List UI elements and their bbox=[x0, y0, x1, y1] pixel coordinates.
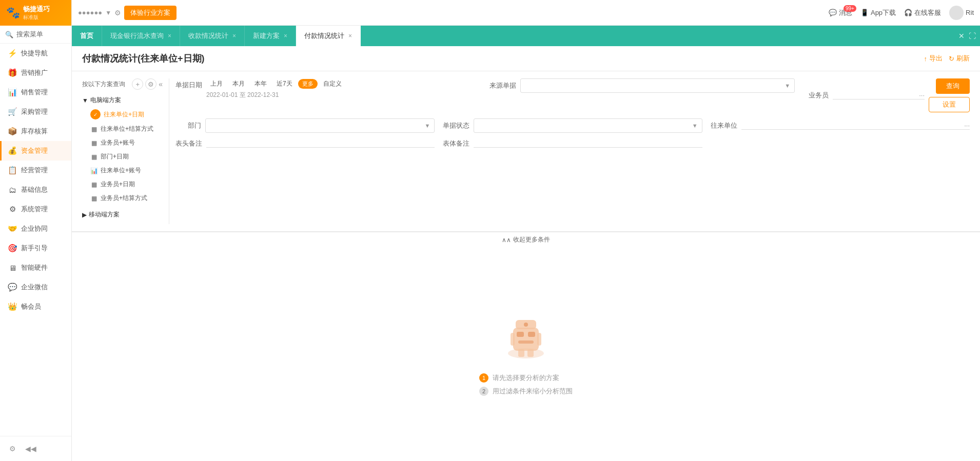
scheme-item-dept-date[interactable]: ▦ 部门+日期 bbox=[82, 150, 163, 164]
sidebar-item-marketing[interactable]: 🎁 营销推广 bbox=[0, 63, 71, 83]
filter-area: 按以下方案查询 + ⚙ « ▼ 电脑端方案 ✓ 往来单位+日期 bbox=[72, 71, 980, 232]
date-btn-last-month[interactable]: 上月 bbox=[206, 78, 227, 89]
lightning-icon: ⚡ bbox=[8, 49, 17, 58]
date-btn-7days[interactable]: 近7天 bbox=[272, 78, 297, 89]
sidebar-item-label: 销售管理 bbox=[21, 88, 48, 97]
scheme-group-pc: ▼ 电脑端方案 ✓ 往来单位+日期 ▦ 往来单位+结算方式 ▦ 业务员+账号 bbox=[82, 94, 163, 205]
collapse-sidebar-btn[interactable]: ◀◀ bbox=[24, 442, 38, 456]
dept-select[interactable]: ▼ bbox=[205, 118, 435, 133]
topbar-dropdown-icon[interactable]: ▼ bbox=[105, 9, 111, 16]
sidebar-item-sales[interactable]: 📊 销售管理 bbox=[0, 83, 71, 102]
scheme-item-staff-date[interactable]: ▦ 业务员+日期 bbox=[82, 177, 163, 191]
scheme-group-mobile-title[interactable]: ▶ 移动端方案 bbox=[82, 208, 163, 221]
scheme-item-staff-account[interactable]: ▦ 业务员+账号 bbox=[82, 136, 163, 150]
status-filter-field: 单据状态 ▼ bbox=[443, 118, 702, 133]
sidebar-item-operations[interactable]: 📋 经营管理 bbox=[0, 161, 71, 180]
tip-1-label: 请先选择要分析的方案 bbox=[493, 373, 559, 383]
sidebar-item-wechat[interactable]: 💬 企业微信 bbox=[0, 277, 71, 297]
messages-icon: 💬 bbox=[829, 9, 837, 16]
scheme-item-unit-account[interactable]: 📊 往来单位+账号 bbox=[82, 164, 163, 177]
sidebar-logo: 🐾 bbox=[6, 6, 20, 19]
sidebar-nav: ⚡ 快捷导航 🎁 营销推广 📊 销售管理 🛒 采购管理 📦 库存核算 💰 资金管… bbox=[0, 44, 71, 436]
date-btn-custom[interactable]: 自定义 bbox=[319, 78, 346, 89]
sidebar-item-purchase[interactable]: 🛒 采购管理 bbox=[0, 102, 71, 122]
collapse-scheme-btn[interactable]: « bbox=[159, 80, 163, 88]
sidebar-search[interactable]: 🔍 搜索菜单 bbox=[0, 26, 71, 44]
close-all-tabs-btn[interactable]: ✕ bbox=[958, 32, 965, 40]
scheme-item-label: 往来单位+账号 bbox=[101, 166, 141, 175]
online-service-label: 在线客服 bbox=[914, 8, 941, 17]
sidebar-item-finance[interactable]: 💰 资金管理 bbox=[0, 141, 71, 161]
tip-num-2: 2 bbox=[479, 387, 488, 396]
sidebar-item-label: 快捷导航 bbox=[21, 49, 48, 58]
chevron-down-icon: ▼ bbox=[82, 97, 88, 104]
scheme-group-pc-title[interactable]: ▼ 电脑端方案 bbox=[82, 94, 163, 107]
sidebar-item-hardware[interactable]: 🖥 智能硬件 bbox=[0, 258, 71, 277]
body-note-input[interactable] bbox=[474, 139, 702, 147]
online-service-btn[interactable]: 🎧 在线客服 bbox=[904, 8, 941, 17]
svg-rect-1 bbox=[513, 328, 539, 351]
related-unit-label: 往来单位 bbox=[711, 121, 737, 130]
empty-tip-2: 2 用过滤条件来缩小分析范围 bbox=[479, 387, 573, 396]
dept-arrow: ▼ bbox=[424, 123, 430, 129]
scheme-item-unit-settle[interactable]: ▦ 往来单位+结算方式 bbox=[82, 122, 163, 136]
sidebar-item-system[interactable]: ⚙ 系统管理 bbox=[0, 199, 71, 219]
tab-new-scheme[interactable]: 新建方案 × bbox=[245, 26, 296, 46]
tab-bank-flow[interactable]: 现金银行流水查询 × bbox=[102, 26, 180, 46]
tab-payment-stats-close[interactable]: × bbox=[348, 32, 352, 39]
sidebar-item-cooperation[interactable]: 🤝 企业协同 bbox=[0, 219, 71, 238]
query-btn[interactable]: 查询 bbox=[936, 78, 970, 94]
service-icon: 🎧 bbox=[904, 9, 912, 16]
tab-bank-flow-close[interactable]: × bbox=[168, 32, 171, 39]
app-download-btn[interactable]: 📱 App下载 bbox=[860, 8, 896, 17]
related-unit-dots[interactable]: ··· bbox=[964, 122, 970, 129]
wechat-icon: 💬 bbox=[8, 283, 17, 292]
topbar-gear-icon[interactable]: ⚙ bbox=[114, 9, 121, 17]
svg-point-6 bbox=[524, 323, 528, 327]
refresh-btn[interactable]: ↻ 刷新 bbox=[949, 54, 970, 63]
svg-rect-2 bbox=[517, 332, 524, 337]
settings-footer-btn[interactable]: ⚙ bbox=[5, 442, 19, 456]
date-btns-row: 上月 本月 本年 近7天 更多 自定义 bbox=[206, 78, 346, 89]
tab-receipt-stats-close[interactable]: × bbox=[232, 32, 236, 39]
collapse-btn[interactable]: ∧∧ 收起更多条件 bbox=[502, 235, 550, 244]
date-btn-more[interactable]: 更多 bbox=[298, 79, 318, 89]
tip-2-label: 用过滤条件来缩小分析范围 bbox=[493, 387, 573, 396]
robot-svg bbox=[500, 312, 552, 364]
trial-btn[interactable]: 体验行业方案 bbox=[124, 6, 177, 20]
export-btn[interactable]: ↑ 导出 bbox=[924, 54, 943, 63]
tab-payment-stats[interactable]: 付款情况统计 × bbox=[296, 26, 361, 46]
sidebar: 🐾 畅捷通巧 标准版 🔍 搜索菜单 ⚡ 快捷导航 🎁 营销推广 📊 销售管理 🛒… bbox=[0, 0, 72, 461]
maximize-btn[interactable]: ⛶ bbox=[969, 32, 976, 40]
sidebar-item-inventory[interactable]: 📦 库存核算 bbox=[0, 122, 71, 141]
salesperson-dots[interactable]: ··· bbox=[919, 91, 925, 99]
sidebar-item-member[interactable]: 👑 畅会员 bbox=[0, 297, 71, 316]
sidebar-item-basic-info[interactable]: 🗂 基础信息 bbox=[0, 180, 71, 199]
scheme-group-mobile: ▶ 移动端方案 bbox=[82, 208, 163, 221]
related-unit-filter-field: 往来单位 ··· bbox=[711, 121, 970, 130]
svg-rect-10 bbox=[527, 349, 534, 357]
settings-btn[interactable]: 设置 bbox=[929, 97, 970, 112]
date-btn-this-year[interactable]: 本年 bbox=[250, 78, 271, 89]
status-label: 单据状态 bbox=[443, 121, 469, 130]
sidebar-item-guide[interactable]: 🎯 新手引导 bbox=[0, 238, 71, 258]
add-scheme-btn[interactable]: + bbox=[132, 78, 143, 90]
messages-btn[interactable]: 💬 消息 99+ bbox=[829, 8, 852, 17]
tab-receipt-stats[interactable]: 收款情况统计 × bbox=[180, 26, 245, 46]
source-select[interactable]: ▼ bbox=[520, 78, 795, 93]
tab-home[interactable]: 首页 bbox=[72, 26, 102, 46]
date-btn-this-month[interactable]: 本月 bbox=[228, 78, 249, 89]
header-note-input[interactable] bbox=[206, 139, 435, 147]
sidebar-item-quick-nav[interactable]: ⚡ 快捷导航 bbox=[0, 44, 71, 63]
sidebar-item-label: 经营管理 bbox=[21, 166, 48, 175]
app-download-label: App下载 bbox=[871, 8, 896, 17]
scheme-item-staff-settle[interactable]: ▦ 业务员+结算方式 bbox=[82, 191, 163, 205]
tab-new-scheme-close[interactable]: × bbox=[284, 32, 287, 39]
status-select[interactable]: ▼ bbox=[474, 118, 702, 133]
scheme-settings-btn[interactable]: ⚙ bbox=[145, 78, 156, 90]
user-avatar[interactable]: Rit bbox=[949, 6, 974, 20]
related-unit-input[interactable] bbox=[741, 122, 965, 129]
scheme-item-unit-date[interactable]: ✓ 往来单位+日期 bbox=[82, 107, 163, 122]
salesperson-input[interactable] bbox=[833, 91, 919, 99]
collapse-bar[interactable]: ∧∧ 收起更多条件 bbox=[72, 232, 980, 247]
